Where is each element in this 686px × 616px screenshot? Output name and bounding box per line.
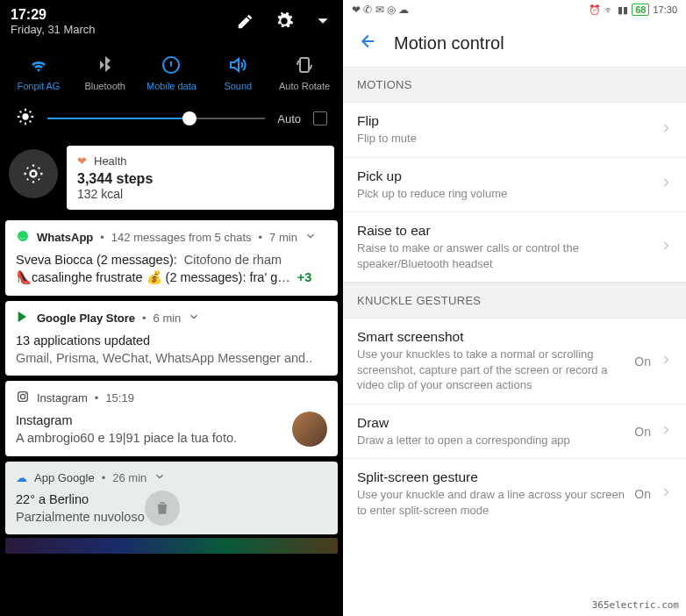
whatsapp-preview2: 👠casalinghe frustrate 💰 (2 messages): fr…	[16, 270, 290, 284]
play-time: 6 min	[154, 312, 182, 325]
qs-data-label: Mobile data	[146, 81, 197, 91]
cloud-icon: ☁	[16, 471, 27, 484]
chevron-right-icon	[660, 176, 672, 192]
qs-sound-label: Sound	[224, 81, 252, 91]
raise-title: Raise to ear	[357, 223, 651, 239]
qs-bt-label: Bluetooth	[84, 81, 125, 91]
setting-flip[interactable]: FlipFlip to mute	[343, 103, 686, 158]
setting-pickup[interactable]: Pick upPick up to reduce ring volume	[343, 158, 686, 213]
battery-indicator: 68	[632, 4, 649, 16]
section-knuckle: KNUCKLE GESTURES	[343, 283, 686, 319]
status-bar: 17:29 17:29 Friday, 31 March	[0, 0, 343, 42]
page-header: Motion control	[343, 19, 686, 67]
health-steps: 3,344 steps	[77, 171, 324, 187]
quick-settings: Fonpit AG Bluetooth Mobile data Sound Au…	[0, 42, 343, 102]
chevron-down-icon[interactable]	[304, 230, 317, 245]
setting-split-screen[interactable]: Split-screen gestureUse your knuckle and…	[343, 459, 686, 528]
whatsapp-app-name: WhatsApp	[37, 231, 93, 244]
smart-state: On	[634, 355, 651, 369]
qs-auto-rotate[interactable]: Auto Rotate	[273, 54, 336, 91]
chevron-right-icon	[660, 354, 672, 369]
draw-title: Draw	[357, 415, 625, 431]
status-left: 17:29 17:29 Friday, 31 March	[11, 7, 96, 36]
insta-body: A ambrogio60 e 19|91 piace la tua foto.	[16, 429, 327, 447]
avatar	[292, 412, 327, 447]
whatsapp-preview1: Citofono de rham	[184, 253, 282, 267]
split-title: Split-screen gesture	[357, 469, 625, 485]
chevron-right-icon	[660, 424, 672, 440]
svg-rect-1	[300, 58, 309, 72]
qs-wifi-label: Fonpit AG	[17, 81, 60, 91]
flip-sub: Flip to mute	[357, 131, 651, 147]
header-actions	[236, 11, 332, 31]
smart-sub: Use your knuckles to take a normal or sc…	[357, 347, 625, 393]
whatsapp-summary: 142 messages from 5 chats	[111, 231, 252, 244]
status-left-icons: ❤ ✆ ✉ ◎ ☁	[352, 4, 409, 16]
instagram-notification[interactable]: Instagram •15:19 Instagram A ambrogio60 …	[5, 381, 338, 456]
split-state: On	[634, 487, 651, 501]
status-bar: ❤ ✆ ✉ ◎ ☁ ⏰ ᯤ ▮▮ 68 17:30	[343, 0, 686, 19]
flip-title: Flip	[357, 113, 651, 129]
google-app-name: App Google	[34, 471, 95, 484]
brightness-icon	[16, 107, 35, 130]
whatsapp-time: 7 min	[269, 231, 297, 244]
qs-sound[interactable]: Sound	[206, 54, 269, 91]
heart-icon: ❤	[77, 154, 87, 168]
settings-screen: ❤ ✆ ✉ ◎ ☁ ⏰ ᯤ ▮▮ 68 17:30 Motion control…	[343, 0, 686, 616]
play-app-name: Google Play Store	[37, 312, 135, 325]
notification-list: ❤Health 3,344 steps 132 kcal WhatsApp •1…	[0, 146, 343, 534]
play-store-icon	[16, 310, 30, 326]
playstore-notification[interactable]: Google Play Store •6 min 13 applications…	[5, 301, 338, 376]
pickup-title: Pick up	[357, 168, 651, 184]
svg-point-3	[31, 171, 37, 177]
qs-wifi[interactable]: Fonpit AG	[7, 54, 70, 91]
setting-smart-screenshot[interactable]: Smart screenshotUse your knuckles to tak…	[343, 319, 686, 405]
bottom-accent	[5, 538, 338, 554]
expand-icon[interactable]	[313, 11, 332, 31]
page-title: Motion control	[394, 33, 504, 54]
settings-icon[interactable]	[275, 11, 294, 31]
qs-bluetooth[interactable]: Bluetooth	[74, 54, 137, 91]
settings-shortcut[interactable]	[9, 149, 58, 198]
clock: 17:29	[11, 7, 46, 22]
google-time: 26 min	[112, 471, 146, 484]
chevron-right-icon	[660, 486, 672, 502]
alarm-icon: ⏰	[589, 4, 601, 16]
qs-mobile-data[interactable]: Mobile data	[139, 54, 203, 91]
back-button[interactable]	[357, 32, 376, 54]
edit-icon[interactable]	[236, 11, 255, 31]
whatsapp-sender: Sveva Biocca (2 messages):	[16, 253, 177, 267]
auto-brightness-label: Auto	[277, 112, 301, 125]
svg-point-2	[22, 113, 28, 119]
insta-time: 15:19	[105, 391, 134, 405]
chevron-down-icon[interactable]	[188, 311, 200, 326]
chevron-right-icon	[660, 240, 672, 255]
brightness-slider[interactable]	[47, 108, 265, 129]
google-app-notification[interactable]: ☁ App Google •26 min 22° a Berlino Parzi…	[5, 462, 338, 535]
qs-rotate-label: Auto Rotate	[279, 81, 330, 91]
signal-icon: ▮▮	[618, 4, 628, 16]
health-title: Health	[94, 154, 127, 168]
status-right-icons: ⏰ ᯤ ▮▮ 68 17:30	[589, 4, 677, 16]
date: Friday, 31 March	[11, 23, 96, 36]
raise-sub: Raise to make or answer calls or control…	[357, 240, 651, 271]
health-kcal: 132 kcal	[77, 187, 324, 201]
health-card[interactable]: ❤Health 3,344 steps 132 kcal	[67, 146, 334, 210]
play-title: 13 applications updated	[16, 332, 327, 349]
setting-raise[interactable]: Raise to earRaise to make or answer call…	[343, 212, 686, 283]
chevron-down-icon[interactable]	[154, 470, 166, 485]
pickup-sub: Pick up to reduce ring volume	[357, 186, 651, 202]
section-motions: MOTIONS	[343, 67, 686, 103]
split-sub: Use your knuckle and draw a line across …	[357, 487, 625, 518]
wifi-icon: ᯤ	[604, 4, 614, 15]
watermark: 365electric.com	[592, 599, 679, 611]
setting-draw[interactable]: DrawDraw a letter to open a correspondin…	[343, 405, 686, 460]
auto-brightness-checkbox[interactable]	[313, 111, 327, 125]
notification-shade: 17:29 17:29 Friday, 31 March Fonpit AG B…	[0, 0, 343, 616]
whatsapp-notification[interactable]: WhatsApp •142 messages from 5 chats •7 m…	[5, 220, 338, 296]
brightness-row: Auto	[0, 102, 343, 146]
draw-sub: Draw a letter to open a corresponding ap…	[357, 433, 625, 448]
health-notification-row: ❤Health 3,344 steps 132 kcal	[5, 146, 338, 215]
instagram-icon	[16, 390, 30, 406]
dismiss-button[interactable]	[145, 491, 180, 526]
